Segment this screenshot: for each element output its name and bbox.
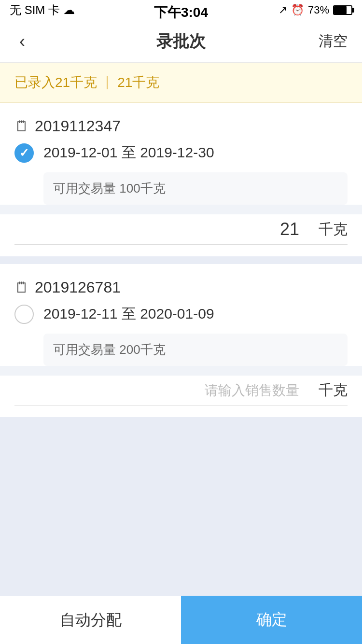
page-title: 录批次 (156, 30, 206, 53)
available-box-1: 可用交易量 100千克 (43, 172, 348, 205)
batch-doc-icon-1: 🗒 (14, 118, 29, 135)
amount-unit-2: 千克 (319, 380, 348, 400)
available-text-1: 可用交易量 100千克 (53, 181, 166, 196)
status-bar: 无 SIM 卡 ☁ 下午3:04 ↗ ⏰ 73% (0, 0, 362, 20)
status-left: 无 SIM 卡 ☁ (10, 2, 75, 18)
recorded-amount-value: 21千克 (117, 73, 159, 92)
batch-date-row-1: 2019-12-01 至 2019-12-30 (14, 143, 348, 163)
batch-header-2: 🗒 2019126781 (14, 279, 348, 296)
info-divider (107, 76, 108, 89)
amount-section-2: 请输入销售数量 千克 (0, 376, 362, 417)
batch-date-1: 2019-12-01 至 2019-12-30 (43, 143, 214, 163)
batch-id-2: 2019126781 (35, 279, 121, 296)
amount-value-1[interactable]: 21 (280, 219, 299, 239)
content-area: 🗒 2019112347 2019-12-01 至 2019-12-30 可用交… (0, 103, 362, 644)
batch-date-2: 2019-12-11 至 2020-01-09 (43, 304, 214, 324)
footer: 自动分配 确定 (0, 596, 362, 644)
section-divider (0, 256, 362, 264)
status-time: 下午3:04 (154, 3, 208, 22)
confirm-button[interactable]: 确定 (181, 596, 362, 644)
batch-radio-2[interactable] (14, 305, 34, 324)
battery-icon (333, 5, 352, 15)
amount-section-1: 21 千克 (0, 214, 362, 256)
sim-status: 无 SIM 卡 ☁ (10, 2, 75, 18)
batch-radio-1[interactable] (14, 143, 34, 163)
batch-date-row-2: 2019-12-11 至 2020-01-09 (14, 304, 348, 324)
status-right: ↗ ⏰ 73% (278, 4, 352, 16)
amount-inner-2: 请输入销售数量 千克 (14, 380, 348, 406)
batch-id-1: 2019112347 (35, 117, 121, 135)
batch-doc-icon-2: 🗒 (14, 280, 29, 296)
batch-item-1: 🗒 2019112347 2019-12-01 至 2019-12-30 可用交… (0, 103, 362, 205)
recorded-amount-label: 已录入21千克 (14, 73, 97, 92)
batch-item-2: 🗒 2019126781 2019-12-11 至 2020-01-09 可用交… (0, 264, 362, 366)
battery-percent: 73% (308, 4, 329, 16)
back-button[interactable]: ‹ (14, 27, 30, 56)
available-text-2: 可用交易量 200千克 (53, 342, 166, 357)
nav-bar: ‹ 录批次 清空 (0, 20, 362, 63)
amount-unit-1: 千克 (319, 220, 348, 239)
auto-distribute-button[interactable]: 自动分配 (0, 596, 181, 644)
empty-area (0, 417, 362, 620)
batch-header-1: 🗒 2019112347 (14, 117, 348, 135)
location-icon: ↗ (278, 4, 287, 16)
amount-placeholder-2[interactable]: 请输入销售数量 (14, 381, 299, 400)
clear-button[interactable]: 清空 (319, 31, 348, 51)
info-bar: 已录入21千克 21千克 (0, 63, 362, 103)
alarm-icon: ⏰ (291, 4, 304, 16)
amount-inner-1: 21 千克 (14, 219, 348, 245)
available-box-2: 可用交易量 200千克 (43, 334, 348, 366)
